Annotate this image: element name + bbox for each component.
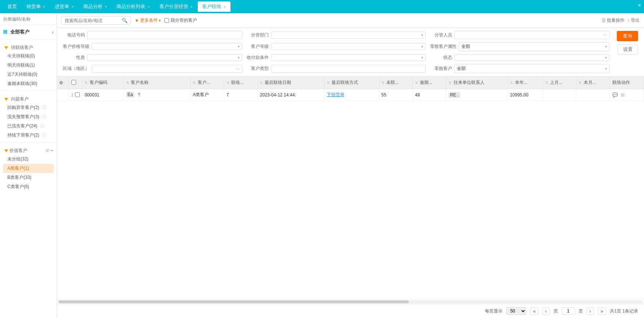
col-overdue-sort-icon: ⇅ bbox=[415, 81, 418, 85]
row-chat-icon[interactable]: 💬 bbox=[612, 92, 618, 98]
sidebar-value-group-label[interactable]: 价值客户 ↺ ✏ bbox=[3, 146, 54, 155]
nav-tab-customer-contact[interactable]: 客户联络 × bbox=[198, 1, 230, 12]
batch-ops-button[interactable]: ☰ 批量操作 bbox=[602, 17, 625, 24]
sidebar-problem-group-label[interactable]: 问题客户 bbox=[3, 95, 54, 103]
current-page-input[interactable] bbox=[562, 307, 575, 315]
sidebar-item-today[interactable]: 今天待联络(0) bbox=[3, 52, 54, 61]
nav-sales-close[interactable]: × bbox=[43, 4, 45, 9]
row-last-month-cell bbox=[543, 89, 576, 101]
customer-table: ⚙ ⇅ 客户编码 ⇅ 客户名称 bbox=[57, 77, 644, 101]
sidebar-item-churn-warning[interactable]: 流失预警客户(3) ⓘ bbox=[3, 112, 54, 121]
sidebar-item-class-c[interactable]: C类客户(6) bbox=[3, 182, 54, 191]
my-customers-checkbox[interactable] bbox=[164, 18, 169, 23]
col-last-date-sort-icon: ⇅ bbox=[260, 81, 263, 85]
churned-label: 已流失客户(24) bbox=[7, 123, 37, 128]
sidebar-item-class-a[interactable]: A类客户(1) bbox=[3, 164, 54, 173]
sidebar-search-input[interactable] bbox=[3, 17, 57, 22]
sidebar-item-overdue[interactable]: 逾期未联络(30) bbox=[3, 79, 54, 88]
sidebar-item-unclassified[interactable]: 未分组(32) bbox=[3, 155, 54, 164]
last-page-button[interactable]: » bbox=[598, 307, 606, 315]
adv-filter-region-input[interactable]: ··· bbox=[92, 65, 242, 73]
filter-icon: ▼ bbox=[135, 18, 139, 23]
row-checkbox[interactable] bbox=[75, 92, 80, 97]
col-contact-label: 联络... bbox=[231, 80, 244, 85]
adv-filter-dept-label: 分管部门 bbox=[247, 32, 269, 38]
data-table-container: ⚙ ⇅ 客户编码 ⇅ 客户名称 bbox=[57, 77, 644, 299]
adv-filter-staff-input[interactable]: ··· bbox=[454, 31, 609, 39]
retail-value: 全部 bbox=[457, 66, 466, 72]
sidebar-divider-3 bbox=[0, 142, 57, 142]
filter-search-icon[interactable]: 🔍 bbox=[122, 18, 128, 23]
adv-filter-price-tier-select[interactable]: ▾ bbox=[92, 43, 242, 50]
adv-filter-nature-select[interactable]: ▾ bbox=[87, 54, 242, 61]
sidebar-all-customers-header[interactable]: ⊞ 全部客户 ‹ bbox=[3, 27, 54, 37]
first-page-button[interactable]: « bbox=[530, 307, 539, 315]
row-last-method-link[interactable]: 下销货单 bbox=[327, 92, 344, 97]
sidebar-item-repurchase[interactable]: 回购异常客户(2) ⓘ bbox=[3, 103, 54, 112]
sidebar-item-class-b[interactable]: B类客户(33) bbox=[3, 173, 54, 182]
value-refresh-icon[interactable]: ↺ bbox=[46, 148, 49, 153]
nav-tab-purchase[interactable]: 进货单 × bbox=[50, 1, 78, 12]
sidebar-pending-group-label[interactable]: 待联络客户 bbox=[3, 43, 54, 52]
filter-search-input[interactable] bbox=[65, 18, 120, 23]
adv-filter-customer-tier-select[interactable]: ▾ bbox=[271, 43, 426, 50]
col-last-month-sort-icon: ⇅ bbox=[545, 81, 548, 85]
col-contact2: ⇅ 往来单位联系人 bbox=[446, 77, 508, 89]
row-uncontacted-cell: 55 bbox=[379, 89, 412, 101]
row-name-badge: Ea bbox=[126, 92, 135, 98]
adv-filter-staff-cell: 分管人员 ··· bbox=[430, 31, 614, 39]
nav-analysis-label: 商品分析 bbox=[83, 3, 103, 10]
page-size-select[interactable]: 50 100 200 bbox=[506, 307, 526, 315]
col-contact: ⇅ 联络... bbox=[224, 77, 257, 89]
adv-filter-status-label: 状态 bbox=[430, 54, 452, 61]
nav-customer-contact-close[interactable]: × bbox=[223, 4, 226, 9]
col-overdue: ⇅ 逾期... bbox=[412, 77, 446, 89]
nav-customer-tier-close[interactable]: × bbox=[190, 4, 193, 9]
price-tier-down-icon: ▾ bbox=[238, 45, 240, 49]
nav-tab-analysis[interactable]: 商品分析 × bbox=[79, 1, 111, 12]
adv-filter-phone-label: 电话号码 bbox=[63, 32, 85, 38]
sidebar-collapse-icon[interactable]: ‹ bbox=[52, 29, 54, 35]
adv-filter-customer-tier-cell: 客户等级 ▾ bbox=[247, 43, 430, 50]
select-all-checkbox[interactable] bbox=[71, 80, 76, 85]
nav-analysis-list-close[interactable]: × bbox=[147, 4, 150, 9]
gear-icon[interactable]: ⚙ bbox=[59, 80, 63, 85]
col-gear[interactable]: ⚙ bbox=[57, 77, 69, 89]
nav-tab-analysis-list[interactable]: 商品分析列表 × bbox=[112, 1, 154, 12]
row-grid-icon[interactable]: ⊞ bbox=[621, 92, 625, 98]
adv-filter-retail-select[interactable]: 全部 ▾ bbox=[454, 64, 609, 73]
horizontal-scrollbar[interactable] bbox=[57, 299, 644, 304]
filter-more-conditions[interactable]: ▼ 更多条件 ▾ bbox=[135, 17, 161, 24]
prev-page-button[interactable]: ‹ bbox=[542, 307, 550, 315]
top-nav: 首页 销货单 × 进货单 × 商品分析 × 商品分析列表 × 客户分层经营 × … bbox=[0, 0, 644, 13]
sidebar-item-declining[interactable]: 持续下滑客户(2) ⓘ bbox=[3, 131, 54, 140]
top-close-button[interactable]: × bbox=[638, 2, 641, 9]
adv-filter-payment-select[interactable]: ▾ bbox=[271, 54, 426, 61]
row-gear-cell bbox=[57, 89, 69, 101]
adv-filter-status-select[interactable]: ▾ bbox=[454, 54, 609, 61]
adv-filter-retail-attr-select[interactable]: 全部 ▾ bbox=[459, 42, 609, 51]
nav-home-label: 首页 bbox=[7, 3, 17, 10]
sidebar-item-churned[interactable]: 已流失客户(24) ⓘ bbox=[3, 121, 54, 131]
next-page-button[interactable]: › bbox=[587, 307, 594, 315]
nav-tab-sales[interactable]: 销货单 × bbox=[22, 1, 50, 12]
nav-tab-customer-tier[interactable]: 客户分层经营 × bbox=[155, 1, 197, 12]
adv-filter-phone-input[interactable] bbox=[87, 31, 242, 39]
row-type-cell: A类客户 bbox=[190, 89, 224, 101]
col-this-month: ⇅ 本月... bbox=[576, 77, 610, 89]
query-button[interactable]: 查询 bbox=[617, 31, 638, 41]
value-edit-icon[interactable]: ✏ bbox=[50, 148, 54, 153]
sidebar-item-tomorrow[interactable]: 明天待联络(1) bbox=[3, 61, 54, 70]
settings-button[interactable]: 设置 bbox=[618, 44, 638, 54]
nav-tab-home[interactable]: 首页 bbox=[3, 1, 21, 12]
export-button[interactable]: ↑ 导出 bbox=[627, 17, 640, 24]
churn-warning-label: 流失预警客户(3) bbox=[7, 114, 39, 119]
nav-purchase-close[interactable]: × bbox=[71, 4, 74, 9]
adv-filter-dept-select[interactable]: ▾ bbox=[271, 32, 426, 39]
sidebar-item-7days[interactable]: 近7天待联络(0) bbox=[3, 70, 54, 79]
adv-filter-row-4: 区域（地区） ··· 客户类型 零散客户 bbox=[63, 64, 614, 73]
adv-filter-type-input[interactable] bbox=[271, 65, 426, 73]
adv-filter-retail-label: 零散客户 bbox=[430, 66, 452, 72]
nav-analysis-close[interactable]: × bbox=[105, 4, 107, 9]
scrollbar-thumb[interactable] bbox=[58, 300, 409, 303]
